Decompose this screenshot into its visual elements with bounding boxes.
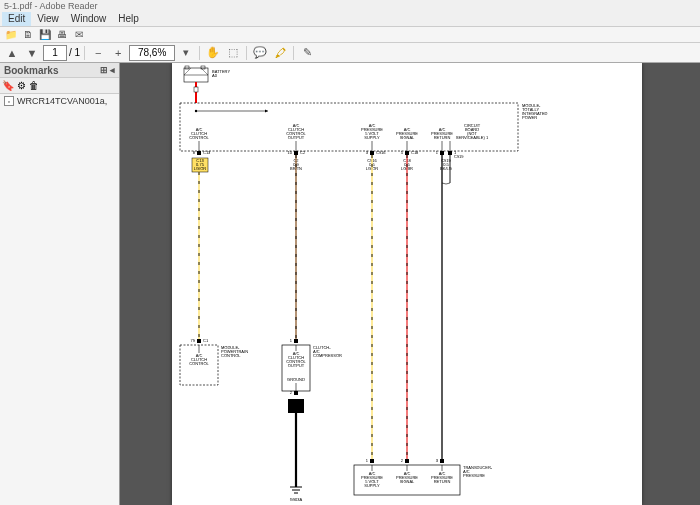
svg-text:COMPRESSOR: COMPRESSOR: [313, 353, 342, 358]
svg-text:CONTROL: CONTROL: [189, 135, 209, 140]
open-icon[interactable]: 📁: [3, 28, 19, 41]
zoom-in-icon[interactable]: +: [109, 44, 127, 62]
svg-text:GROUND: GROUND: [287, 377, 305, 382]
svg-text:CONTROL: CONTROL: [221, 353, 241, 358]
svg-rect-59: [448, 151, 452, 155]
window-title: 5-1.pdf - Adobe Reader: [0, 0, 700, 12]
svg-text:SUPPLY: SUPPLY: [364, 135, 380, 140]
svg-text:C13: C13: [203, 150, 211, 155]
print-icon[interactable]: 🖶: [54, 28, 70, 41]
menu-window[interactable]: Window: [65, 12, 113, 26]
wire-labels: C13 0.75 LG/OR C2 0.9 BR/TN C916 0.5 LG/…: [192, 158, 452, 172]
quick-toolbar: 📁 🗎 💾 🖶 ✉: [0, 27, 700, 43]
svg-rect-54: [405, 151, 409, 155]
svg-text:A0: A0: [212, 73, 218, 78]
svg-point-17: [195, 110, 197, 112]
svg-text:1: 1: [366, 458, 369, 463]
svg-rect-1: [185, 66, 189, 69]
page-count: / 1: [69, 47, 80, 58]
svg-text:OUTPUT: OUTPUT: [288, 363, 305, 368]
menubar: Edit View Window Help: [0, 12, 700, 27]
bookmark-page-icon: ▫: [4, 96, 14, 106]
svg-text:RETURN: RETURN: [434, 135, 451, 140]
svg-rect-88: [197, 339, 201, 343]
svg-rect-99: [294, 339, 298, 343]
page-down-icon[interactable]: ▼: [23, 44, 41, 62]
svg-rect-123: [370, 459, 374, 463]
tipm-pins: 8C13 10C2 3C916 5C18 1 1C919: [193, 150, 465, 159]
svg-text:RETURN: RETURN: [434, 479, 451, 484]
tool-select-icon[interactable]: ⬚: [224, 44, 242, 62]
panel-collapse-icon[interactable]: ◂: [110, 65, 115, 75]
bookmark-label: WRCR14TCVAN001a,: [17, 96, 107, 106]
comment-icon[interactable]: 💬: [251, 44, 269, 62]
panel-options-icon[interactable]: ⊞: [100, 65, 108, 75]
zoom-out-icon[interactable]: −: [89, 44, 107, 62]
clutch-module: 1 A/C CLUTCH CONTROL OUTPUT GROUND 2 CLU…: [282, 338, 342, 502]
svg-rect-57: [440, 151, 444, 155]
pcm-module: 79C1 A/C CLUTCH CONTROL MODULE- POWERTRA…: [180, 338, 248, 385]
delete-bookmark-icon[interactable]: 🗑: [29, 80, 39, 91]
zoom-input[interactable]: [129, 45, 175, 61]
page-number-input[interactable]: [43, 45, 67, 61]
svg-text:SIGNAL: SIGNAL: [400, 135, 415, 140]
pdf-page: BATTERY A0 MODULE- TOTALLY INTEGRATED PO…: [172, 63, 642, 505]
wiring-diagram: BATTERY A0 MODULE- TOTALLY INTEGRATED PO…: [172, 63, 642, 505]
svg-text:2: 2: [401, 458, 404, 463]
new-bookmark-icon[interactable]: 🔖: [2, 80, 14, 91]
svg-text:C2: C2: [300, 150, 306, 155]
svg-text:PRESSURE: PRESSURE: [463, 473, 485, 478]
svg-text:10: 10: [288, 150, 293, 155]
transducer-module: 1 2 3 A/C PRESSURE 5 VOLT SUPPLY A/C PRE…: [354, 458, 493, 495]
zoom-dropdown-icon[interactable]: ▾: [177, 44, 195, 62]
svg-text:LG/OR: LG/OR: [194, 166, 207, 171]
page-up-icon[interactable]: ▲: [3, 44, 21, 62]
svg-rect-51: [370, 151, 374, 155]
svg-text:C919: C919: [454, 154, 464, 159]
svg-text:SERVICEABLE) 1: SERVICEABLE) 1: [456, 135, 489, 140]
svg-text:CONTROL: CONTROL: [189, 361, 209, 366]
wires: [199, 155, 450, 459]
svg-text:SUPPLY: SUPPLY: [364, 483, 380, 488]
svg-rect-45: [197, 151, 201, 155]
highlight-icon[interactable]: 🖍: [271, 44, 289, 62]
svg-rect-9: [194, 87, 198, 92]
bookmarks-panel: Bookmarks ⊞ ◂ 🔖 ⚙ 🗑 ▫ WRCR14TCVAN001a,: [0, 63, 120, 505]
svg-text:3: 3: [436, 458, 439, 463]
svg-text:C18: C18: [411, 150, 419, 155]
sign-icon[interactable]: ✎: [298, 44, 316, 62]
svg-marker-16: [265, 110, 268, 113]
menu-edit[interactable]: Edit: [2, 12, 31, 26]
tool-hand-icon[interactable]: ✋: [204, 44, 222, 62]
svg-text:OUTPUT: OUTPUT: [288, 135, 305, 140]
svg-rect-127: [440, 459, 444, 463]
svg-text:POWER: POWER: [522, 115, 537, 120]
svg-text:G903A: G903A: [290, 497, 303, 502]
bookmark-item[interactable]: ▫ WRCR14TCVAN001a,: [0, 94, 119, 108]
svg-text:79: 79: [191, 338, 196, 343]
main-toolbar: ▲ ▼ / 1 − + ▾ ✋ ⬚ 💬 🖍 ✎: [0, 43, 700, 63]
svg-text:1: 1: [290, 338, 293, 343]
create-icon[interactable]: 🗎: [20, 28, 36, 41]
bookmarks-title: Bookmarks: [4, 65, 58, 76]
document-canvas[interactable]: BATTERY A0 MODULE- TOTALLY INTEGRATED PO…: [120, 63, 700, 505]
mail-icon[interactable]: ✉: [71, 28, 87, 41]
svg-rect-125: [405, 459, 409, 463]
menu-help[interactable]: Help: [112, 12, 145, 26]
svg-rect-48: [294, 151, 298, 155]
bookmark-options-icon[interactable]: ⚙: [17, 80, 26, 91]
save-icon[interactable]: 💾: [37, 28, 53, 41]
svg-text:C916: C916: [376, 150, 386, 155]
battery-symbol: BATTERY A0: [184, 66, 230, 103]
menu-view[interactable]: View: [31, 12, 65, 26]
svg-rect-109: [294, 391, 298, 395]
svg-text:SIGNAL: SIGNAL: [400, 479, 415, 484]
tipm-module: MODULE- TOTALLY INTEGRATED POWER A/C CLU…: [180, 103, 548, 151]
svg-text:BK: BK: [293, 407, 299, 412]
svg-text:C1: C1: [203, 338, 209, 343]
